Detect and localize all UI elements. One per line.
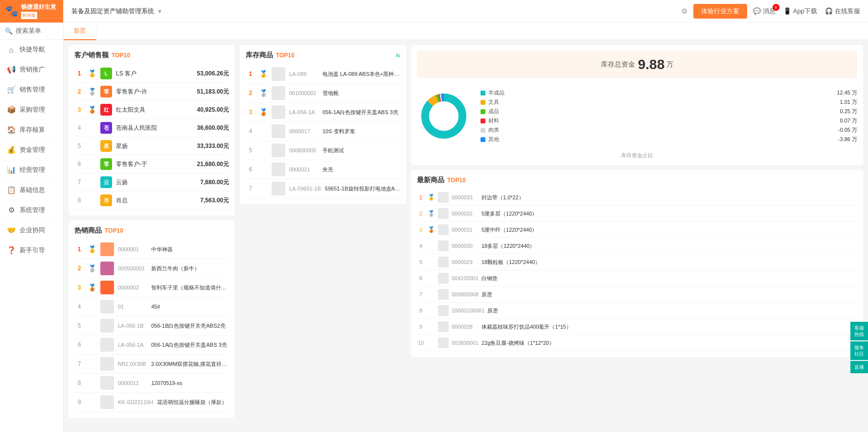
- hot-products-card: 热销商品 TOP10 1 🥇 0000001 中华神器 2 🥈: [69, 220, 235, 418]
- product-thumb: [438, 208, 449, 219]
- list-item: 5 🥇 000800005 手机测试: [246, 141, 400, 160]
- sidebar-item-finance[interactable]: 💰 资金管理: [0, 140, 63, 160]
- sidebar-item-guide[interactable]: ❓ 新手引导: [0, 240, 63, 261]
- legend-name: 文具: [488, 98, 837, 106]
- product-thumb: [100, 262, 114, 275]
- inventory-header: 库存总资金 9.88 万: [417, 51, 857, 78]
- customer-amount: 40,925.00元: [197, 106, 229, 114]
- new-products-card: 最新商品 TOP10 1 🥇 0000033 封边带（1.0*22） 2 🥈: [411, 170, 863, 357]
- avatar: 苍: [100, 122, 112, 134]
- medal-icon: 🥇: [88, 70, 96, 77]
- product-name: 2.0X30MM双摆花轴,摆花直径2.1MM/ROHS: [151, 360, 229, 368]
- legend-name: 其他: [488, 136, 835, 143]
- trial-button[interactable]: 体验行业方案: [693, 4, 747, 19]
- list-item: 6 🥇 004100001 白钢垫: [417, 270, 857, 287]
- rank-number: 3: [74, 106, 84, 113]
- product-name: 18多层（1220*2440）: [481, 242, 857, 250]
- rank-number: 9: [74, 399, 84, 406]
- list-item: 4 🥇 01 45#: [74, 297, 229, 316]
- sidebar-item-label: 资金管理: [20, 145, 45, 154]
- sidebar-item-quick[interactable]: ⌂ 快捷导航: [0, 40, 63, 60]
- product-code: 0000011: [118, 380, 147, 386]
- sidebar-item-label: 系统管理: [20, 206, 45, 215]
- list-item: 5 🥇 0000029 18颗粒板（1220*2440）: [417, 254, 857, 270]
- inventory-chart-area: 半成品 12.45 万 文具 1.01 万 成品 0.25 万: [417, 83, 857, 149]
- sidebar-item-purchase[interactable]: 📦 采购管理: [0, 100, 63, 120]
- rank-number: 2: [417, 211, 425, 216]
- rank-number: 1: [74, 246, 84, 253]
- customer-name: 苍南县人民医院: [116, 124, 193, 132]
- left-panel: 客户销售额 TOP10 1 🥇 L LS 客户 53,006.26元 2: [69, 45, 235, 427]
- customer-amount: 7,563.00元: [200, 196, 229, 205]
- tab-home-label: 首页: [73, 26, 86, 35]
- search-menu[interactable]: 🔍 搜索菜单: [0, 23, 63, 40]
- question-icon: ❓: [7, 246, 16, 255]
- new-products-list: 1 🥇 0000033 封边带（1.0*22） 2 🥈 0000032 5厘多层…: [417, 190, 857, 351]
- sidebar-item-inventory[interactable]: 🏠 库存核算: [0, 120, 63, 140]
- app-download-btn[interactable]: 📱 App下载: [783, 7, 817, 16]
- product-name: 手机测试: [322, 147, 400, 154]
- product-thumb: [100, 281, 114, 294]
- handshake-icon: 🤝: [7, 226, 16, 235]
- sidebar-item-company[interactable]: 🤝 企业协同: [0, 220, 63, 240]
- list-item: 2 🥈 000500001 新西兰牛肉（新牛）: [74, 259, 229, 278]
- product-code: LA-056-1A: [118, 342, 147, 348]
- customer-amount: 7,680.00元: [200, 178, 229, 187]
- product-name: 10S 变料罗浆: [322, 128, 400, 135]
- sidebar-item-system[interactable]: ⚙ 系统管理: [0, 200, 63, 220]
- medal-icon: 🥉: [428, 226, 435, 233]
- list-item: 1 🥇 LA-089 电池盖 LA-089 ABS本色+黑种 7.1克: [246, 65, 400, 84]
- product-thumb: [100, 319, 114, 333]
- product-name: 45#: [151, 304, 229, 310]
- box-icon: 📦: [7, 105, 16, 114]
- product-thumb: [438, 305, 449, 316]
- float-community-btn[interactable]: 服务社区: [850, 341, 868, 360]
- list-item: 7 🥇 NB2.0X30B 2.0X30MM双摆花轴,摆花直径2.1MM/ROH…: [74, 355, 229, 374]
- legend-dot: [480, 137, 485, 142]
- sidebar-item-sales[interactable]: 🛒 销售管理: [0, 80, 63, 100]
- list-item: 1 🥇 0000001 中华神器: [74, 240, 229, 259]
- rank-number: 1: [246, 71, 255, 77]
- sidebar-item-basic[interactable]: 📋 基础信息: [0, 180, 63, 200]
- list-item: 2 🥈 001000002 雪地靴: [246, 84, 400, 103]
- product-thumb: [438, 240, 449, 251]
- avatar: 零: [100, 86, 112, 97]
- rank-number: 7: [74, 360, 84, 367]
- product-thumb: [100, 300, 114, 313]
- phone-icon: 📱: [783, 7, 791, 15]
- product-thumb: [100, 357, 114, 371]
- online-service-btn[interactable]: 🎧 在线客服: [825, 7, 860, 16]
- product-code: LA-089: [289, 71, 319, 77]
- product-thumb: [438, 273, 449, 284]
- float-service-btn[interactable]: 客服热线: [850, 322, 868, 340]
- tab-home[interactable]: 首页: [64, 23, 96, 40]
- product-name: 59651-1B旋转投影灯电池盒ABS黑色+58壳: [325, 185, 400, 192]
- product-code: 0000031: [452, 227, 479, 233]
- rank-number: 1: [74, 70, 84, 77]
- message-btn[interactable]: 💬 消息 6: [753, 7, 776, 16]
- rank-number: 6: [74, 341, 84, 348]
- right-panel: 库存总资金 9.88 万: [411, 45, 863, 427]
- product-code: LA-59651-1B: [289, 186, 321, 192]
- product-code: 0000032: [452, 211, 479, 216]
- float-live-btn[interactable]: 直播: [850, 361, 868, 373]
- product-name: 电池盖 LA-089 ABS本色+黑种 7.1克: [322, 71, 400, 78]
- medal-icon: 🥇: [88, 245, 96, 253]
- legend-item: 成品 0.25 万: [480, 107, 857, 116]
- legend-dot: [480, 91, 485, 96]
- product-code: LA-056-1B: [118, 323, 147, 329]
- dropdown-icon[interactable]: ▼: [157, 8, 162, 14]
- legend-dot: [480, 119, 485, 123]
- list-item: 8 🥇 0000011 12070519-xs: [74, 374, 229, 393]
- sidebar-item-marketing[interactable]: 📢 营销推广: [0, 60, 63, 80]
- product-thumb: [438, 192, 449, 203]
- new-products-title: 最新商品 TOP10: [417, 176, 857, 185]
- settings-icon[interactable]: ⚙: [681, 7, 687, 16]
- rank-number: 5: [74, 143, 84, 149]
- product-thumb: [272, 124, 285, 138]
- sidebar-item-label: 快捷导航: [20, 45, 45, 54]
- sidebar-item-operation[interactable]: 📊 经营管理: [0, 160, 63, 180]
- middle-panel: 库存商品 TOP10 Ai 1 🥇 LA-089 电池盖 LA-089 ABS本…: [240, 45, 406, 427]
- avatar: 云: [100, 176, 112, 188]
- rank-number: 5: [74, 322, 84, 329]
